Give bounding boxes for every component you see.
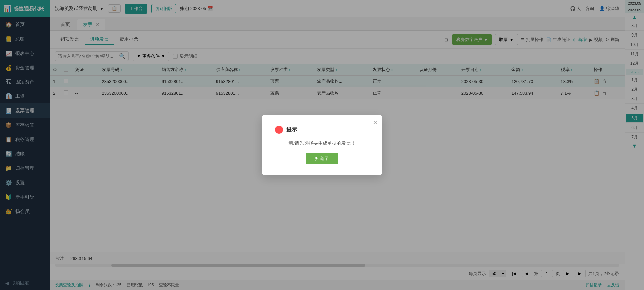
- dialog-title: 提示: [286, 126, 297, 133]
- dialog-message: 亲,请先选择要生成单据的发票！: [275, 140, 369, 146]
- dialog-confirm-button[interactable]: 知道了: [306, 153, 338, 164]
- dialog-header: ! 提示: [275, 126, 369, 134]
- modal-overlay[interactable]: ✕ ! 提示 亲,请先选择要生成单据的发票！ 知道了: [0, 0, 644, 290]
- dialog-close-button[interactable]: ✕: [373, 119, 378, 126]
- dialog: ✕ ! 提示 亲,请先选择要生成单据的发票！ 知道了: [262, 115, 382, 175]
- warning-icon: !: [275, 126, 283, 134]
